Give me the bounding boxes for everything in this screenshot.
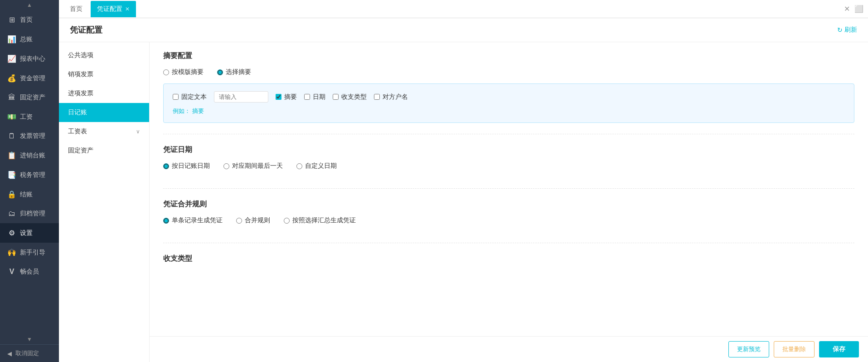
ledger-icon: 📊 (7, 35, 16, 44)
radio-select-merge[interactable]: 按照选择汇总生成凭证 (284, 216, 356, 225)
merge-rules-radio-group: 单条记录生成凭证 合并规则 按照选择汇总生成凭证 (163, 216, 854, 225)
update-preview-button[interactable]: 更新预览 (728, 341, 769, 357)
page-title: 凭证配置 (70, 24, 102, 35)
tab-home[interactable]: 首页 (63, 1, 89, 17)
left-nav: 公共选项 销项发票 进项发票 日记账 工资表 ∨ 固定资产 (59, 42, 150, 362)
sidebar-item-label: 归档管理 (20, 210, 45, 218)
sidebar-item-settings[interactable]: ⚙ 设置 (0, 223, 59, 243)
radio-custom-date-input[interactable] (296, 163, 302, 169)
radio-single[interactable]: 单条记录生成凭证 (163, 216, 223, 225)
left-nav-journal[interactable]: 日记账 (59, 103, 149, 122)
radio-select-summary-input[interactable] (217, 69, 223, 75)
radio-select-summary[interactable]: 选择摘要 (217, 68, 251, 76)
left-nav-fixed-assets-label: 固定资产 (68, 147, 93, 155)
check-fixed-text[interactable]: 固定文本 (173, 93, 207, 101)
two-col-layout: 公共选项 销项发票 进项发票 日记账 工资表 ∨ 固定资产 (59, 42, 868, 362)
radio-custom-date[interactable]: 自定义日期 (296, 162, 337, 170)
merge-rules-title: 凭证合并规则 (163, 200, 854, 209)
check-summary-input[interactable] (276, 94, 281, 100)
left-nav-public[interactable]: 公共选项 (59, 46, 149, 65)
check-counterpart[interactable]: 对方户名 (374, 93, 408, 101)
pin-icon: ◀ (7, 350, 12, 357)
radio-single-label: 单条记录生成凭证 (172, 216, 223, 225)
radio-last-day-input[interactable] (223, 163, 229, 169)
radio-select-summary-label: 选择摘要 (226, 68, 251, 76)
sidebar-item-tax[interactable]: 📑 税务管理 (0, 165, 59, 185)
right-content: 摘要配置 按模版摘要 选择摘要 (150, 42, 868, 336)
chevron-down-icon: ∨ (136, 128, 140, 135)
radio-single-input[interactable] (163, 218, 169, 224)
sidebar-item-vip[interactable]: V 畅会员 (0, 262, 59, 281)
check-summary-label: 摘要 (284, 93, 297, 101)
left-nav-purchase-invoice[interactable]: 进项发票 (59, 84, 149, 103)
sidebar-item-home[interactable]: ⊞ 首页 (0, 10, 59, 29)
batch-delete-button[interactable]: 批量删除 (774, 341, 815, 357)
sidebar-scroll-up[interactable]: ▲ (0, 0, 59, 10)
radio-journal-date[interactable]: 按日记账日期 (163, 162, 210, 170)
bottom-bar: 更新预览 批量删除 保存 (150, 336, 868, 362)
home-icon: ⊞ (7, 15, 16, 24)
summary-checks: 固定文本 摘要 日期 (173, 91, 845, 103)
left-nav-sales-invoice[interactable]: 销项发票 (59, 65, 149, 84)
check-income-type[interactable]: 收支类型 (333, 93, 367, 101)
check-date[interactable]: 日期 (304, 93, 325, 101)
reports-icon: 📈 (7, 54, 16, 63)
sidebar-item-in-out[interactable]: 📋 进销台账 (0, 146, 59, 165)
left-nav-sales-label: 销项发票 (68, 70, 93, 78)
save-button[interactable]: 保存 (819, 341, 859, 357)
radio-template-summary-label: 按模版摘要 (172, 68, 204, 76)
radio-last-day[interactable]: 对应期间最后一天 (223, 162, 283, 170)
left-nav-fixed-assets[interactable]: 固定资产 (59, 141, 149, 160)
sidebar-item-guide[interactable]: 🙌 新手引导 (0, 243, 59, 262)
sidebar-item-label: 结账 (20, 191, 33, 199)
radio-template-summary[interactable]: 按模版摘要 (163, 68, 204, 76)
sidebar-item-label: 报表中心 (20, 55, 45, 63)
sidebar-item-label: 畅会员 (20, 268, 39, 276)
tab-voucher-config[interactable]: 凭证配置 ✕ (91, 1, 136, 17)
check-summary[interactable]: 摘要 (276, 93, 297, 101)
summary-config-title: 摘要配置 (163, 51, 854, 61)
sidebar-item-label: 新手引导 (20, 249, 45, 257)
sidebar-item-archive[interactable]: 🗂 归档管理 (0, 204, 59, 223)
check-date-label: 日期 (313, 93, 325, 101)
sidebar-item-funds[interactable]: 💰 资金管理 (0, 68, 59, 88)
archive-icon: 🗂 (7, 210, 16, 218)
window-maximize-button[interactable]: ⬜ (854, 5, 863, 13)
sidebar-item-label: 资金管理 (20, 74, 45, 83)
radio-template-summary-input[interactable] (163, 69, 169, 75)
sidebar-scroll-down[interactable]: ▼ (0, 334, 59, 344)
radio-journal-date-input[interactable] (163, 163, 169, 169)
example-text: 例如： 摘要 (173, 107, 845, 115)
sidebar-item-ledger[interactable]: 📊 总账 (0, 29, 59, 49)
in-out-icon: 📋 (7, 151, 16, 160)
check-income-type-label: 收支类型 (341, 93, 367, 101)
fixed-text-input[interactable] (214, 91, 268, 103)
check-date-input[interactable] (304, 94, 310, 100)
income-type-section: 收支类型 (163, 254, 854, 282)
check-income-type-input[interactable] (333, 94, 339, 100)
check-counterpart-input[interactable] (374, 94, 380, 100)
tab-close-icon[interactable]: ✕ (125, 6, 130, 12)
radio-select-merge-label: 按照选择汇总生成凭证 (292, 216, 356, 225)
radio-select-merge-input[interactable] (284, 218, 290, 224)
fixed-text-label: 固定文本 (181, 93, 207, 101)
refresh-icon: ↻ (837, 26, 843, 34)
refresh-button[interactable]: ↻ 刷新 (837, 26, 857, 34)
sidebar-item-label: 税务管理 (20, 171, 45, 179)
sidebar-cancel-pin[interactable]: ◀ 取消固定 (0, 344, 59, 362)
check-fixed-text-input[interactable] (173, 94, 179, 100)
sidebar-item-assets[interactable]: 🏛 固定资产 (0, 88, 59, 107)
sidebar-item-close[interactable]: 🔒 结账 (0, 185, 59, 204)
radio-merge-input[interactable] (236, 218, 242, 224)
sidebar-item-payroll[interactable]: 💵 工资 (0, 107, 59, 127)
left-nav-payroll-label: 工资表 (68, 127, 87, 136)
sidebar-item-label: 进销台账 (20, 152, 45, 160)
window-close-button[interactable]: ✕ (844, 5, 850, 13)
sidebar-item-label: 总账 (20, 35, 33, 44)
left-nav-payroll-table[interactable]: 工资表 ∨ (59, 122, 149, 141)
sidebar-item-reports[interactable]: 📈 报表中心 (0, 49, 59, 68)
example-value: 摘要 (192, 108, 204, 114)
sidebar-item-label: 工资 (20, 113, 33, 121)
radio-merge[interactable]: 合并规则 (236, 216, 270, 225)
sidebar-item-invoice-mgmt[interactable]: 🗒 发票管理 (0, 127, 59, 146)
